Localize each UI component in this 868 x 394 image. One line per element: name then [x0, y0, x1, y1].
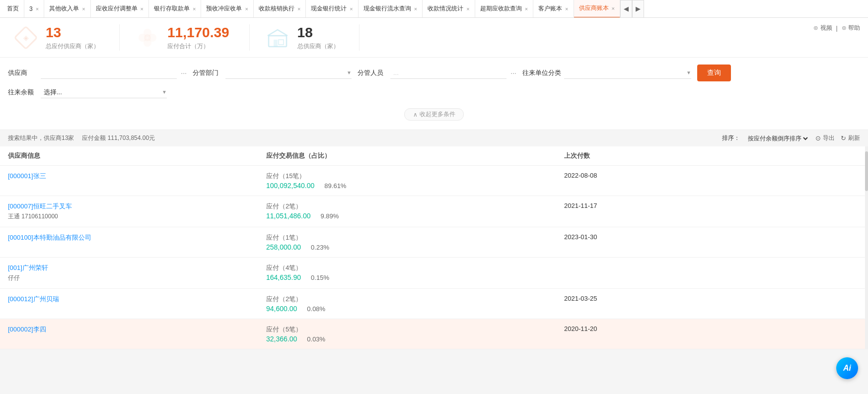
stat-total-payable-amount: 11,170.39 应付合计（万） — [130, 24, 250, 51]
close-tab-3[interactable]: × — [36, 6, 39, 12]
stat-total-payable-suppliers: ◈ 13 总应付供应商（家） — [8, 24, 120, 51]
nav-tab-bank[interactable]: 银行存取款单 × — [149, 0, 201, 18]
dept-select[interactable] — [225, 67, 347, 78]
stat2-label: 应付合计（万） — [167, 42, 229, 51]
supplier-link-4[interactable]: [001]广州荣轩 — [8, 264, 48, 271]
export-button[interactable]: ⊙ 导出 — [815, 134, 835, 142]
sort-select[interactable]: 按应付余额倒序排序 — [746, 134, 809, 142]
close-tab-bank[interactable]: × — [193, 6, 196, 12]
person-field: 分管人员 ··· — [358, 67, 516, 79]
col-header-lastpay: 上次付数 — [564, 151, 860, 160]
last-pay-5: 2021-03-25 — [564, 295, 597, 302]
svg-rect-9 — [279, 40, 284, 45]
nav-tab-advance[interactable]: 预收冲应收单 × — [201, 0, 253, 18]
close-tab-bank-flow[interactable]: × — [414, 6, 417, 12]
category-select[interactable] — [564, 67, 686, 78]
nav-tab-adjustment[interactable]: 应收应付调整单 × — [91, 0, 149, 18]
supplier-info-col-4: [001]广州荣轩 仔仔 — [8, 263, 266, 282]
supplier-sub-2: 王通 17106110000 — [8, 212, 266, 221]
lastpay-col-6: 2020-11-20 — [564, 325, 860, 332]
svg-rect-8 — [274, 40, 278, 47]
close-tab-overdue[interactable]: × — [525, 6, 528, 12]
supplier-link-2[interactable]: [000007]恒旺二手叉车 — [8, 202, 72, 210]
person-input[interactable] — [390, 67, 506, 79]
supplier-info-col-5: [000012]广州贝瑞 — [8, 295, 266, 304]
payable-amount-6[interactable]: 32,366.00 — [266, 335, 297, 343]
top-right-links: ⊙ 视频 | ⊙ 帮助 — [813, 24, 860, 32]
category-select-wrapper: ▼ — [564, 67, 691, 79]
nav-arrow-right[interactable]: ▶ — [632, 0, 644, 18]
payable-amount-1[interactable]: 100,092,540.00 — [266, 182, 314, 190]
table-row: [000001]张三 应付（15笔） 100,092,540.00 89.61%… — [0, 166, 868, 196]
close-tab-cash-bank[interactable]: × — [350, 6, 353, 12]
lastpay-col-3: 2023-01-30 — [564, 233, 860, 241]
scrollbar-track[interactable] — [865, 146, 868, 349]
nav-tab-collection-label: 收款核销执行 — [259, 4, 294, 13]
balance-label: 往来余额 — [8, 88, 38, 97]
last-pay-3: 2023-01-30 — [564, 233, 597, 241]
close-tab-adjustment[interactable]: × — [141, 6, 144, 12]
lastpay-col-1: 2022-08-08 — [564, 172, 860, 179]
nav-tab-supplier-book-label: 供应商账本 — [579, 4, 609, 12]
dept-label: 分管部门 — [193, 68, 222, 77]
nav-tab-3[interactable]: 3 × — [24, 0, 44, 18]
payable-pct-6: 0.03% — [307, 335, 325, 343]
nav-tab-other-income[interactable]: 其他收入单 × — [44, 0, 90, 18]
table-row: [001]广州荣轩 仔仔 应付（4笔） 164,635.90 0.15% — [0, 258, 868, 289]
supplier-info-col-6: [000002]李四 — [8, 325, 266, 334]
payable-pct-2: 9.89% — [321, 212, 339, 220]
payable-info-col-1: 应付（15笔） 100,092,540.00 89.61% — [266, 172, 564, 190]
payable-row-5: 94,600.00 0.08% — [266, 304, 564, 313]
person-dots-btn[interactable]: ··· — [510, 69, 516, 77]
nav-tab-overdue[interactable]: 超期应收款查询 × — [475, 0, 533, 18]
balance-select-wrapper: 选择... ▼ — [41, 86, 167, 98]
payable-amount-3[interactable]: 258,000.00 — [266, 243, 301, 251]
supplier-dots-btn[interactable]: ··· — [181, 69, 187, 77]
lastpay-col-5: 2021-03-25 — [564, 295, 860, 302]
supplier-link-6[interactable]: [000002]李四 — [8, 326, 46, 333]
nav-tab-bank-flow[interactable]: 现金银行流水查询 × — [359, 0, 423, 18]
balance-select[interactable]: 选择... — [41, 86, 162, 98]
payable-label-6: 应付（5笔） — [266, 326, 302, 333]
payable-amount-4[interactable]: 164,635.90 — [266, 273, 301, 281]
stat3-value: 18 — [297, 24, 339, 41]
nav-tab-collection[interactable]: 收款核销执行 × — [254, 0, 306, 18]
category-label: 往来单位分类 — [522, 68, 561, 77]
supplier-link-3[interactable]: [000100]本特勤油品有限公司 — [8, 234, 91, 241]
supplier-link-1[interactable]: [000001]张三 — [8, 172, 46, 180]
scrollbar-thumb[interactable] — [865, 151, 868, 191]
stat-icon-flower — [135, 25, 160, 51]
nav-arrow-left[interactable]: ◀ — [620, 0, 632, 18]
supplier-input[interactable] — [41, 67, 177, 79]
close-tab-collection[interactable]: × — [297, 6, 300, 12]
close-tab-customer-book[interactable]: × — [565, 6, 568, 12]
nav-tab-receipt-stats[interactable]: 收款情况统计 × — [423, 0, 475, 18]
search-button[interactable]: 查询 — [697, 65, 731, 81]
nav-tab-supplier-book[interactable]: 供应商账本 × — [574, 0, 620, 18]
stat2-content: 11,170.39 应付合计（万） — [167, 24, 229, 51]
nav-tab-customer-book[interactable]: 客户账本 × — [533, 0, 574, 18]
nav-tab-home[interactable]: 首页 — [2, 0, 24, 18]
supplier-info-col-2: [000007]恒旺二手叉车 王通 17106110000 — [8, 202, 266, 221]
supplier-link-5[interactable]: [000012]广州贝瑞 — [8, 295, 59, 303]
table-row: [000002]李四 应付（5笔） 32,366.00 0.03% 2020-1… — [0, 319, 868, 349]
search-row-2: 往来余额 选择... ▼ — [8, 86, 860, 98]
refresh-icon: ↻ — [841, 134, 846, 142]
result-summary1: 搜索结果中，供应商13家 — [8, 134, 74, 142]
close-tab-other-income[interactable]: × — [82, 6, 85, 12]
video-link[interactable]: ⊙ 视频 — [813, 24, 832, 32]
payable-amount-2[interactable]: 11,051,486.00 — [266, 212, 311, 220]
last-pay-6: 2020-11-20 — [564, 325, 597, 332]
close-tab-supplier-book[interactable]: × — [612, 5, 615, 11]
collapse-button[interactable]: ∧ 收起更多条件 — [404, 108, 464, 121]
nav-tab-cash-bank[interactable]: 现金银行统计 × — [306, 0, 358, 18]
close-tab-advance[interactable]: × — [245, 6, 248, 12]
category-field: 往来单位分类 ▼ — [522, 67, 691, 79]
svg-point-6 — [144, 34, 151, 41]
close-tab-receipt-stats[interactable]: × — [466, 6, 469, 12]
refresh-button[interactable]: ↻ 刷新 — [841, 134, 860, 142]
payable-info-col-2: 应付（2笔） 11,051,486.00 9.89% — [266, 202, 564, 220]
help-link[interactable]: ⊙ 帮助 — [842, 24, 860, 32]
payable-row-4: 164,635.90 0.15% — [266, 272, 564, 281]
payable-amount-5[interactable]: 94,600.00 — [266, 305, 297, 313]
